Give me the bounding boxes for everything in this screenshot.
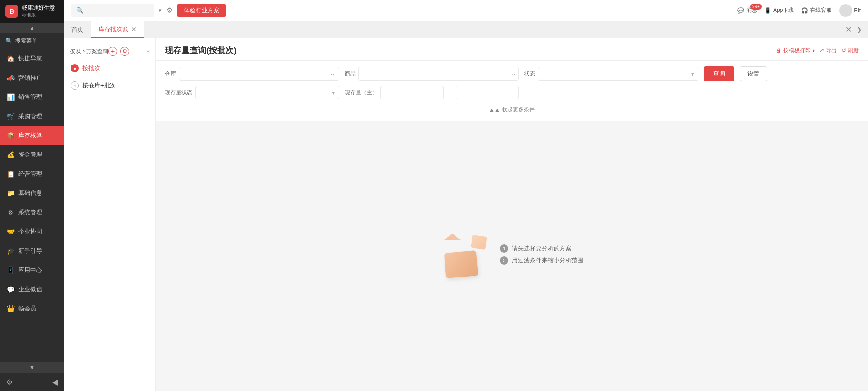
purchase-icon: 🛒 <box>6 112 15 120</box>
sidebar-item-operations[interactable]: 📋 经营管理 <box>0 164 64 184</box>
warehouse-input[interactable] <box>179 71 328 77</box>
sidebar-item-marketing[interactable]: 📣 营销推广 <box>0 68 64 87</box>
stock-status-field: 现存量状态 ▾ <box>165 86 339 99</box>
goods-more-icon[interactable]: ··· <box>507 70 518 77</box>
sidebar-scroll-down[interactable]: ▼ <box>0 362 64 373</box>
collapse-icon[interactable]: ◀ <box>52 378 58 386</box>
print-btn[interactable]: 🖨 按模板打印 ▾ <box>776 47 815 54</box>
app-logo: B <box>5 5 18 18</box>
filter-panel: 按以下方案查询 + ⚙ « ● 按批次 ○ 按仓库+批次 <box>64 38 156 391</box>
content-area: 按以下方案查询 + ⚙ « ● 按批次 ○ 按仓库+批次 现存量查询(按批次) <box>64 38 868 391</box>
topbar-search[interactable]: 🔍 <box>71 4 154 17</box>
sidebar-item-enterprise[interactable]: 🤝 企业协同 <box>0 222 64 241</box>
filter-header: 按以下方案查询 + ⚙ « <box>64 43 155 60</box>
empty-step-1: 1 请先选择要分析的方案 <box>500 244 583 253</box>
sidebar-item-label: 库存核算 <box>18 131 42 140</box>
tab-home-label: 首页 <box>71 26 83 34</box>
box-lid <box>444 234 461 240</box>
collapse-label: 收起更多条件 <box>502 106 535 114</box>
stock-status-dropdown-icon[interactable]: ▾ <box>328 89 339 96</box>
sidebar-item-purchase[interactable]: 🛒 采购管理 <box>0 107 64 126</box>
step-2-text: 用过滤条件来缩小分析范围 <box>512 256 583 265</box>
close-page-btn[interactable]: ✕ <box>844 23 853 36</box>
warehouse-more-icon[interactable]: ··· <box>328 70 339 77</box>
app-download-btn[interactable]: 📱 App下载 <box>764 6 794 14</box>
filter-header-label: 按以下方案查询 <box>70 48 108 55</box>
sidebar-item-label: 资金管理 <box>18 151 42 159</box>
export-label: 导出 <box>826 47 837 54</box>
tab-close-icon[interactable]: ✕ <box>131 26 137 33</box>
print-label: 按模板打印 <box>783 47 811 54</box>
sales-icon: 📊 <box>6 93 15 101</box>
sidebar-item-app-center[interactable]: 📱 应用中心 <box>0 261 64 280</box>
status-dropdown-icon[interactable]: ▾ <box>687 71 698 77</box>
add-filter-icon[interactable]: + <box>108 47 117 56</box>
step-2-num: 2 <box>500 256 508 265</box>
expand-page-btn[interactable]: ❯ <box>855 25 863 35</box>
settings-icon[interactable]: ⚙ <box>6 378 13 386</box>
sidebar-item-label: 采购管理 <box>18 112 42 120</box>
search-area: 仓库 ··· 商品 ··· <box>156 61 868 121</box>
query-btn[interactable]: 查询 <box>704 66 734 81</box>
sidebar-item-label: 新手引导 <box>18 247 42 255</box>
goods-input-wrap[interactable]: ··· <box>358 67 519 81</box>
filter-by-batch[interactable]: ● 按批次 <box>64 60 155 77</box>
online-service-btn[interactable]: 🎧 在线客服 <box>801 6 832 14</box>
sidebar-item-enterprise-wechat[interactable]: 💬 企业微信 <box>0 280 64 299</box>
empty-step-2: 2 用过滤条件来缩小分析范围 <box>500 256 583 265</box>
stock-status-input-wrap[interactable]: ▾ <box>195 86 339 99</box>
sidebar-item-new-guide[interactable]: 🎓 新手引导 <box>0 241 64 261</box>
collapse-more-btn[interactable]: ▲▲ 收起更多条件 <box>165 104 859 115</box>
refresh-btn[interactable]: ↺ 刷新 <box>841 47 859 54</box>
sidebar-item-sales[interactable]: 📊 销售管理 <box>0 87 64 107</box>
sidebar: B 畅康通好生意 标准版 ▲ 🔍 搜索菜单 🏠 快捷导航 📣 营销推广 📊 销售… <box>0 0 64 391</box>
chevron-up-icon: ▲ <box>29 25 35 32</box>
sidebar-scroll-up[interactable]: ▲ <box>0 23 64 33</box>
member-icon: 👑 <box>6 304 15 313</box>
page-controls: ✕ ❯ <box>844 23 868 36</box>
sidebar-item-system[interactable]: ⚙ 系统管理 <box>0 203 64 222</box>
sidebar-item-quick-nav[interactable]: 🏠 快捷导航 <box>0 49 64 68</box>
filter-collapse-icon[interactable]: « <box>147 48 150 54</box>
goods-label: 商品 <box>345 70 356 78</box>
dropdown-icon[interactable]: ▾ <box>159 7 162 14</box>
sidebar-item-member[interactable]: 👑 畅会员 <box>0 299 64 318</box>
stock-qty-min-input[interactable] <box>380 86 444 99</box>
app-download-label: App下载 <box>773 6 794 14</box>
stock-qty-field: 现存量（主） — <box>345 86 519 99</box>
stock-status-label: 现存量状态 <box>165 89 192 97</box>
tab-home[interactable]: 首页 <box>64 21 91 38</box>
status-input-wrap[interactable]: ▾ <box>538 67 698 81</box>
sidebar-nav: 🏠 快捷导航 📣 营销推广 📊 销售管理 🛒 采购管理 📦 库存核算 💰 资金管… <box>0 49 64 362</box>
gear-icon[interactable]: ⚙ <box>166 6 173 15</box>
sidebar-item-basic-info[interactable]: 📁 基础信息 <box>0 184 64 203</box>
topbar-right: 💬 消息 99+ 📱 App下载 🎧 在线客服 Rit <box>737 4 861 17</box>
step-1-text: 请先选择要分析的方案 <box>512 244 571 253</box>
sidebar-search[interactable]: 🔍 搜索菜单 <box>0 33 64 49</box>
enterprise-wechat-icon: 💬 <box>6 285 15 293</box>
sidebar-item-inventory[interactable]: 📦 库存核算 <box>0 126 64 145</box>
message-btn[interactable]: 💬 消息 99+ <box>737 6 757 14</box>
goods-input[interactable] <box>359 71 507 77</box>
sidebar-item-label: 系统管理 <box>18 208 42 217</box>
filter-by-warehouse-batch[interactable]: ○ 按仓库+批次 <box>64 77 155 94</box>
tab-batch-account[interactable]: 库存批次账 ✕ <box>91 21 144 38</box>
user-avatar[interactable]: Rit <box>839 4 861 17</box>
settings-btn[interactable]: 设置 <box>740 66 767 81</box>
export-btn[interactable]: ↗ 导出 <box>819 47 837 54</box>
avatar-img <box>839 4 852 17</box>
export-icon: ↗ <box>819 47 824 54</box>
header-actions: 🖨 按模板打印 ▾ ↗ 导出 ↺ 刷新 <box>776 47 859 54</box>
goods-field: 商品 ··· <box>345 67 519 81</box>
print-dropdown-icon[interactable]: ▾ <box>813 48 815 53</box>
filter-settings-icon[interactable]: ⚙ <box>120 47 129 56</box>
app-name: 畅康通好生意 <box>22 5 55 12</box>
warehouse-field: 仓库 ··· <box>165 67 339 81</box>
stock-qty-max-input[interactable] <box>456 86 519 99</box>
chevron-down-icon: ▼ <box>29 364 35 371</box>
sidebar-item-finance[interactable]: 💰 资金管理 <box>0 145 64 164</box>
status-input[interactable] <box>538 71 687 77</box>
stock-status-input[interactable] <box>196 89 328 96</box>
experience-btn[interactable]: 体验行业方案 <box>177 4 226 17</box>
warehouse-input-wrap[interactable]: ··· <box>179 67 339 81</box>
